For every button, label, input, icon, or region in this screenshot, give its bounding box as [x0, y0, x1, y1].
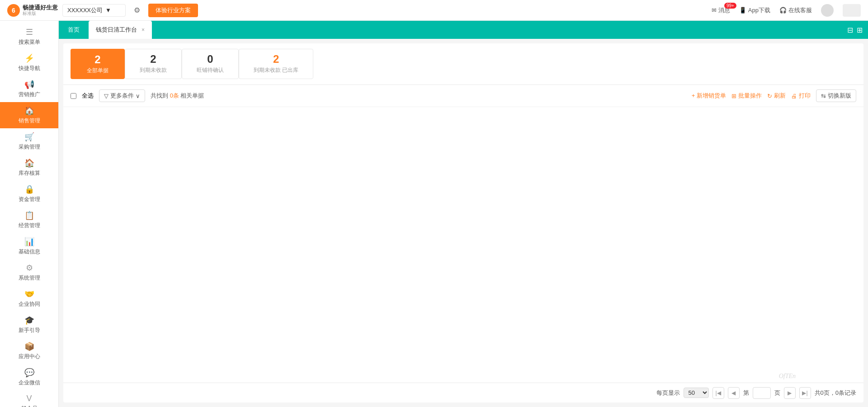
- refresh-icon: ↻: [767, 93, 772, 99]
- settings-button[interactable]: ⚙: [130, 4, 144, 17]
- page-content: 2全部单据2到期未收款0旺铺待确认2到期未收款 已出库 全选 ▽ 更多条件 ∨ …: [63, 43, 863, 402]
- stat-label-3: 到期未收款 已出库: [254, 66, 298, 74]
- stat-label-2: 旺铺待确认: [197, 66, 224, 74]
- found-prefix: 共找到: [151, 92, 168, 99]
- sidebar-item-system[interactable]: ⚙系统管理: [0, 259, 58, 285]
- page-number-input[interactable]: 1: [753, 387, 771, 399]
- stat-card-2[interactable]: 0旺铺待确认: [182, 49, 239, 79]
- toolbar-right: + 新增销货单 ⊞ 批量操作 ↻ 刷新 🖨 打印 ⇆: [692, 89, 856, 102]
- sidebar-item-finance[interactable]: 🔒资金管理: [0, 181, 58, 207]
- last-page-button[interactable]: ▶|: [799, 387, 811, 399]
- refresh-button[interactable]: ↻ 刷新: [767, 92, 786, 100]
- user-menu[interactable]: [843, 4, 861, 17]
- toolbar: 全选 ▽ 更多条件 ∨ 共找到 0条 相关单据 + 新增销货单 ⊞ 批量操作: [63, 85, 863, 107]
- sidebar-item-member[interactable]: V畅会员: [0, 390, 58, 407]
- logo-subtitle: 标准版: [23, 11, 58, 16]
- found-text: 共找到 0条 相关单据: [151, 92, 204, 100]
- switch-version-button[interactable]: ⇆ 切换新版: [816, 89, 856, 102]
- tab-active[interactable]: 钱货日清工作台 ×: [89, 21, 152, 39]
- trial-button[interactable]: 体验行业方案: [148, 4, 198, 17]
- message-icon: ✉: [712, 7, 717, 14]
- sidebar-item-sales[interactable]: 🏠销售管理: [0, 102, 58, 128]
- sidebar-label-system: 系统管理: [19, 274, 40, 282]
- topbar: 6 畅捷通好生意 标准版 XXXXXX公司 ▼ ⚙ 体验行业方案 ✉ 消息 99…: [0, 0, 868, 21]
- switch-icon: ⇆: [821, 93, 826, 99]
- select-all-checkbox[interactable]: [71, 93, 76, 99]
- main-layout: ☰搜索菜单⚡快捷导航📢营销推广🏠销售管理🛒采购管理🏠库存核算🔒资金管理📋经营管理…: [0, 21, 868, 407]
- print-icon: 🖨: [791, 93, 797, 99]
- tab-minimize-button[interactable]: ⊟: [847, 26, 853, 34]
- sidebar-label-finance: 资金管理: [19, 196, 40, 203]
- avatar[interactable]: [821, 4, 834, 17]
- per-page-select[interactable]: 50 20 100: [684, 388, 709, 398]
- sidebar-label-app-center: 应用中心: [19, 353, 40, 360]
- print-button[interactable]: 🖨 打印: [791, 92, 811, 100]
- topbar-right: ✉ 消息 99+ 📱 App下载 🎧 在线客服: [712, 4, 861, 17]
- sidebar-item-inventory[interactable]: 🏠库存核算: [0, 154, 58, 181]
- sidebar-label-enterprise: 企业协同: [19, 300, 40, 308]
- company-name: XXXXXX公司: [67, 6, 103, 14]
- sidebar-icon-purchase: 🛒: [24, 132, 34, 142]
- first-page-button[interactable]: |◀: [712, 387, 724, 399]
- headset-icon: 🎧: [779, 7, 787, 14]
- app-download-button[interactable]: 📱 App下载: [739, 6, 770, 14]
- table-area: [63, 107, 863, 383]
- sidebar-icon-operations: 📋: [24, 211, 34, 220]
- sidebar-item-enterprise[interactable]: 🤝企业协同: [0, 285, 58, 312]
- sidebar-icon-finance: 🔒: [24, 184, 34, 194]
- sidebar-item-purchase[interactable]: 🛒采购管理: [0, 128, 58, 154]
- logo-title: 畅捷通好生意: [23, 4, 58, 11]
- stat-label-0: 全部单据: [87, 67, 108, 75]
- sidebar-item-quick-nav[interactable]: ⚡快捷导航: [0, 50, 58, 76]
- next-page-button[interactable]: ▶: [784, 387, 796, 399]
- batch-operation-button[interactable]: ⊞ 批量操作: [731, 92, 762, 100]
- sidebar-label-base-info: 基础信息: [19, 248, 40, 256]
- sidebar-label-purchase: 采购管理: [19, 143, 40, 151]
- stat-card-3[interactable]: 2到期未收款 已出库: [239, 49, 313, 79]
- per-page-label: 每页显示: [656, 389, 680, 397]
- sidebar-label-search-menu: 搜索菜单: [19, 38, 40, 46]
- stats-row: 2全部单据2到期未收款0旺铺待确认2到期未收款 已出库: [63, 43, 863, 85]
- tab-maximize-button[interactable]: ⊞: [857, 26, 863, 34]
- chevron-down-icon: ▼: [105, 7, 111, 14]
- select-all-label: 全选: [82, 92, 94, 100]
- sidebar-item-guide[interactable]: 🎓新手引导: [0, 312, 58, 338]
- stat-card-0[interactable]: 2全部单据: [71, 49, 125, 79]
- sidebar-item-operations[interactable]: 📋经营管理: [0, 207, 58, 233]
- sidebar-item-marketing[interactable]: 📢营销推广: [0, 76, 58, 102]
- message-button[interactable]: ✉ 消息 99+: [712, 6, 730, 14]
- sidebar: ☰搜索菜单⚡快捷导航📢营销推广🏠销售管理🛒采购管理🏠库存核算🔒资金管理📋经营管理…: [0, 21, 59, 407]
- filter-chevron-icon: ∨: [136, 93, 140, 99]
- online-service-label: 在线客服: [788, 6, 812, 14]
- sidebar-item-app-center[interactable]: 📦应用中心: [0, 338, 58, 364]
- sidebar-icon-enterprise: 🤝: [24, 289, 34, 299]
- online-service-button[interactable]: 🎧 在线客服: [779, 6, 812, 14]
- add-sale-order-button[interactable]: + 新增销货单: [692, 92, 726, 100]
- company-selector[interactable]: XXXXXX公司 ▼: [62, 4, 126, 17]
- logo-icon: 6: [7, 4, 20, 17]
- sidebar-label-guide: 新手引导: [19, 327, 40, 334]
- sidebar-item-search-menu[interactable]: ☰搜索菜单: [0, 23, 58, 50]
- stat-label-1: 到期未收款: [140, 66, 167, 74]
- prev-page-button[interactable]: ◀: [728, 387, 740, 399]
- sidebar-label-quick-nav: 快捷导航: [19, 65, 40, 72]
- sidebar-icon-sales: 🏠: [24, 106, 34, 116]
- sidebar-item-base-info[interactable]: 📊基础信息: [0, 233, 58, 259]
- stat-num-1: 2: [150, 53, 156, 65]
- filter-button[interactable]: ▽ 更多条件 ∨: [99, 89, 145, 102]
- app-download-label: App下载: [748, 6, 770, 14]
- logo-area: 6 畅捷通好生意 标准版: [7, 4, 58, 17]
- tab-close-button[interactable]: ×: [142, 27, 145, 33]
- sidebar-icon-marketing: 📢: [24, 80, 34, 89]
- stat-num-2: 0: [207, 53, 213, 65]
- refresh-label: 刷新: [774, 92, 786, 100]
- found-num: 0条: [170, 92, 179, 99]
- stat-card-1[interactable]: 2到期未收款: [125, 49, 182, 79]
- sidebar-item-wechat[interactable]: 💬企业微信: [0, 364, 58, 390]
- print-label: 打印: [799, 92, 811, 100]
- tab-home[interactable]: 首页: [59, 21, 89, 39]
- message-badge: 99+: [724, 3, 736, 9]
- sidebar-icon-member: V: [26, 394, 32, 403]
- content-area: 首页 钱货日清工作台 × ⊟ ⊞ 2全部单据2到期未收款0旺铺待确认2到期未收款…: [59, 21, 868, 407]
- tab-active-label: 钱货日清工作台: [96, 26, 137, 34]
